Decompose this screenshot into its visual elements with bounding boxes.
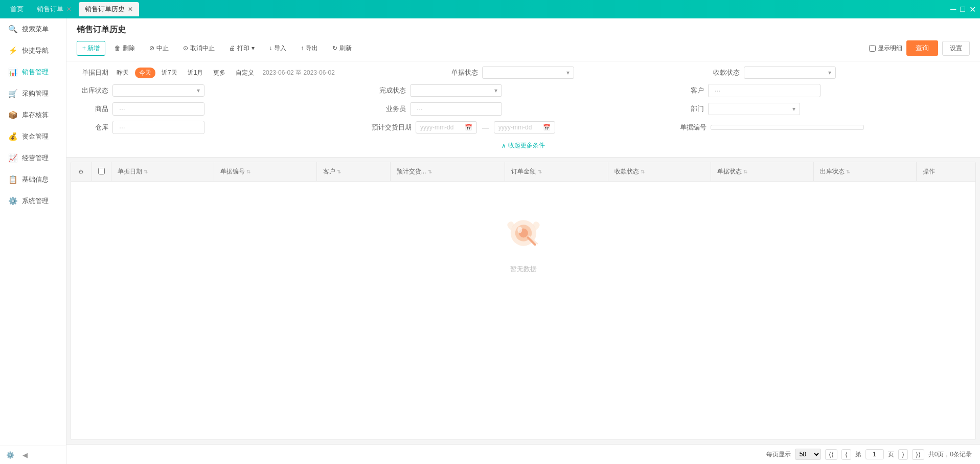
collapse-filter-button[interactable]: ∧ 收起更多条件	[77, 139, 970, 152]
show-details-checkbox[interactable]	[869, 45, 876, 52]
toolbar: + 新增 🗑 删除 ⊘ 中止 ⊙ 取消中止 🖨 打印 ▾	[77, 40, 970, 61]
product-input[interactable]: ···	[112, 102, 204, 116]
tab-sales-order-history[interactable]: 销售订单历史 ✕	[79, 2, 139, 16]
sidebar-item-system[interactable]: ⚙️ 系统管理	[0, 190, 66, 212]
warehouse-input[interactable]: ···	[112, 121, 204, 134]
order-no-sort-icon[interactable]: ⇅	[246, 169, 250, 174]
calendar-start-icon[interactable]: 📅	[465, 124, 472, 131]
empty-state: 暂无数据	[71, 182, 975, 304]
stop-button[interactable]: ⊘ 中止	[144, 41, 174, 55]
warehouse-more-icon[interactable]: ···	[119, 123, 125, 131]
th-order-status[interactable]: 单据状态 ⇅	[711, 162, 813, 182]
delivery-status-sort-icon[interactable]: ⇅	[846, 169, 850, 174]
th-amount[interactable]: 订单金额 ⇅	[505, 162, 608, 182]
export-button[interactable]: ↑ 导出	[295, 41, 323, 55]
select-all-checkbox[interactable]	[98, 168, 105, 174]
delete-icon: 🗑	[115, 45, 121, 52]
th-date[interactable]: 单据日期 ⇅	[111, 162, 214, 182]
purchase-icon: 🛒	[8, 89, 18, 98]
filter-area: 单据日期 昨天 今天 近7天 近1月 更多 自定义 2023-06-02 至 2…	[66, 61, 980, 158]
amount-sort-icon[interactable]: ⇅	[538, 169, 542, 174]
topbar-close-icon[interactable]: ✕	[969, 5, 976, 14]
th-delivery-date[interactable]: 预计交货... ⇅	[390, 162, 505, 182]
tab-home-label: 首页	[10, 5, 24, 14]
settings-button[interactable]: 设置	[942, 41, 970, 56]
status-select[interactable]: ▾	[482, 67, 574, 79]
delivery-date-end[interactable]: yyyy-mm-dd 📅	[494, 121, 555, 134]
sidebar-item-search[interactable]: 🔍 搜索菜单	[0, 18, 66, 40]
sidebar-item-inventory[interactable]: 📦 库存核算	[0, 104, 66, 126]
calendar-end-icon[interactable]: 📅	[543, 124, 551, 131]
customer-sort-icon[interactable]: ⇅	[337, 169, 341, 174]
product-more-icon[interactable]: ···	[119, 105, 125, 113]
sidebar-item-operations[interactable]: 📈 经营管理	[0, 147, 66, 169]
print-button[interactable]: 🖨 打印 ▾	[224, 41, 260, 55]
delivery-date-start[interactable]: yyyy-mm-dd 📅	[416, 121, 477, 134]
date-tab-1month[interactable]: 近1月	[184, 68, 208, 78]
import-icon: ↓	[269, 45, 272, 52]
print-icon: 🖨	[229, 45, 235, 52]
total-records: 共0页，0条记录	[928, 450, 972, 459]
sidebar-collapse-icon[interactable]: ◀	[22, 451, 28, 459]
page-suffix: 页	[888, 450, 894, 459]
per-page-select[interactable]: 50 10 20 100	[795, 449, 821, 460]
topbar-right: ─ □ ✕	[950, 5, 976, 14]
sidebar-item-purchase[interactable]: 🛒 采购管理	[0, 83, 66, 104]
sidebar-item-basic-info[interactable]: 📋 基础信息	[0, 169, 66, 190]
empty-text: 暂无数据	[510, 264, 537, 274]
sidebar-settings-icon[interactable]: ⚙️	[6, 451, 14, 459]
sidebar-item-quick-nav[interactable]: ⚡ 快捷导航	[0, 40, 66, 61]
cancel-stop-button[interactable]: ⊙ 取消中止	[178, 41, 220, 55]
delivery-date-sort-icon[interactable]: ⇅	[428, 169, 432, 174]
import-button[interactable]: ↓ 导入	[264, 41, 291, 55]
completion-select[interactable]: ▾	[410, 84, 502, 97]
date-tab-custom[interactable]: 自定义	[232, 68, 258, 78]
order-status-sort-icon[interactable]: ⇅	[743, 169, 747, 174]
topbar-maximize-icon[interactable]: □	[960, 5, 965, 14]
delivery-select[interactable]: ▾	[112, 84, 204, 97]
prev-page-button[interactable]: ⟨	[841, 449, 851, 460]
th-order-no[interactable]: 单据编号 ⇅	[214, 162, 316, 182]
th-delivery-date-label: 预计交货...	[397, 168, 426, 175]
customer-input[interactable]: ···	[708, 84, 821, 97]
sidebar-item-sales[interactable]: 📊 销售管理	[0, 61, 66, 83]
refresh-button[interactable]: ↻ 刷新	[327, 41, 357, 55]
th-payment-status[interactable]: 收款状态 ⇅	[608, 162, 711, 182]
customer-more-icon[interactable]: ···	[715, 86, 721, 95]
page-number-input[interactable]	[865, 449, 884, 459]
payment-select[interactable]: ▾	[744, 67, 836, 79]
salesperson-input[interactable]: ···	[410, 102, 502, 116]
filter-row-4: 仓库 ··· 预计交货日期 yyyy-mm-dd 📅 — yyyy-mm-d	[77, 121, 970, 134]
department-select[interactable]: ▾	[708, 103, 800, 115]
tab-sales-order-history-label: 销售订单历史	[85, 5, 125, 14]
sidebar-quick-nav-label: 快捷导航	[22, 46, 49, 55]
th-checkbox[interactable]	[92, 162, 111, 182]
payment-status-sort-icon[interactable]: ⇅	[641, 169, 645, 174]
date-tab-more[interactable]: 更多	[209, 68, 230, 78]
order-no-input[interactable]	[711, 125, 864, 130]
new-button[interactable]: + 新增	[77, 41, 105, 56]
date-tab-yesterday[interactable]: 昨天	[112, 68, 133, 78]
tab-sales-order[interactable]: 销售订单 ✕	[31, 2, 78, 16]
main-layout: 🔍 搜索菜单 ⚡ 快捷导航 📊 销售管理 🛒 采购管理 📦 库存核算 💰 资金管…	[0, 18, 980, 464]
topbar-minimize-icon[interactable]: ─	[950, 5, 956, 14]
delete-button[interactable]: 🗑 删除	[109, 41, 140, 55]
sidebar-item-finance[interactable]: 💰 资金管理	[0, 126, 66, 147]
date-tab-today[interactable]: 今天	[135, 68, 155, 78]
next-page-button[interactable]: ⟩	[898, 449, 908, 460]
payment-dropdown-icon: ▾	[828, 69, 831, 76]
th-settings[interactable]: ⚙	[71, 162, 92, 182]
close-sales-order-history-icon[interactable]: ✕	[128, 6, 133, 12]
th-customer[interactable]: 客户 ⇅	[316, 162, 390, 182]
date-tab-7days[interactable]: 近7天	[157, 68, 181, 78]
close-sales-order-icon[interactable]: ✕	[66, 6, 72, 12]
last-page-button[interactable]: ⟩⟩	[912, 449, 924, 460]
completion-dropdown-icon: ▾	[494, 87, 497, 94]
date-sort-icon[interactable]: ⇅	[144, 169, 148, 174]
query-button[interactable]: 查询	[906, 40, 938, 56]
show-details-checkbox-label[interactable]: 显示明细	[869, 44, 902, 53]
first-page-button[interactable]: ⟨⟨	[825, 449, 837, 460]
tab-home[interactable]: 首页	[4, 2, 30, 16]
th-delivery-status[interactable]: 出库状态 ⇅	[813, 162, 916, 182]
salesperson-more-icon[interactable]: ···	[417, 105, 423, 113]
